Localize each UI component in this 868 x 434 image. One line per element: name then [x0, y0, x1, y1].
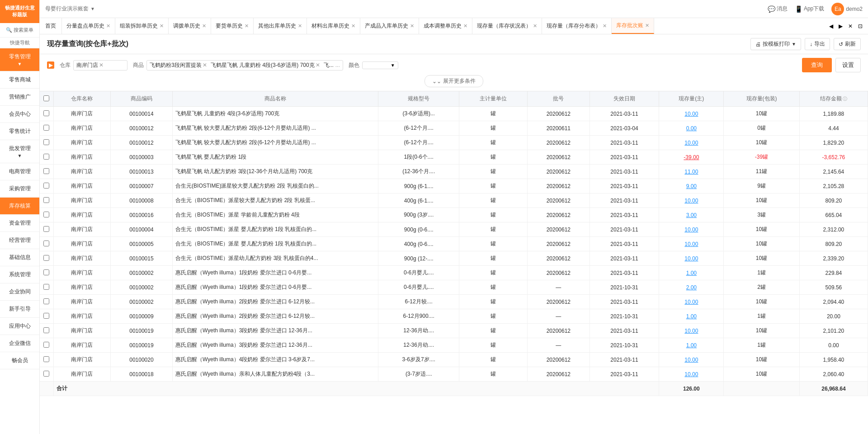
td-checkbox[interactable] — [40, 136, 53, 150]
sidebar-item-enterprise[interactable]: 企业协同 — [0, 283, 39, 301]
sidebar-item-finance[interactable]: 资金管理 — [0, 215, 39, 232]
close-icon[interactable]: ✕ — [533, 23, 537, 29]
td-qty-main[interactable]: 10.00 — [659, 367, 724, 382]
td-checkbox[interactable] — [40, 193, 53, 208]
td-qty-main[interactable]: 10.00 — [659, 237, 724, 251]
settings-button[interactable]: 设置 — [835, 58, 861, 72]
td-qty-main[interactable]: 10.00 — [659, 193, 724, 208]
warehouse-tag-group[interactable]: 南岸门店 ✕ — [73, 60, 127, 71]
tab-expand-icon[interactable]: ⊡ — [856, 23, 864, 29]
td-checkbox[interactable] — [40, 367, 53, 382]
close-icon[interactable]: ✕ — [463, 23, 467, 29]
expand-more-btn[interactable]: ⌄⌄ 展开更多条件 — [425, 75, 483, 87]
info-icon[interactable]: ⓘ — [843, 96, 847, 101]
close-icon[interactable]: ✕ — [603, 23, 607, 29]
sidebar-item-ecommerce[interactable]: 电商管理 — [0, 163, 39, 180]
tab-requisition[interactable]: 要货单历史 ✕ — [211, 18, 254, 34]
td-qty-main[interactable]: -39.00 — [659, 150, 724, 165]
sidebar-item-enterprise-wechat[interactable]: 企业微信 — [0, 335, 39, 352]
user-avatar[interactable]: Ea demo2 — [831, 3, 863, 15]
app-download[interactable]: 📱 App下载 — [795, 5, 824, 13]
close-icon[interactable]: ✕ — [245, 23, 249, 29]
tab-cost-adjust[interactable]: 成本调整单历史 ✕ — [419, 18, 472, 34]
sidebar-item-basic[interactable]: 基础信息 — [0, 249, 39, 266]
sidebar-item-inventory[interactable]: 库存核算 — [0, 198, 39, 215]
sidebar-item-newguide[interactable]: 新手引导 — [0, 301, 39, 318]
td-qty-main[interactable]: 1.00 — [659, 338, 724, 353]
td-qty-main[interactable]: 1.00 — [659, 309, 724, 324]
tab-next-icon[interactable]: ▶ — [837, 23, 844, 29]
close-icon[interactable]: ✕ — [106, 23, 110, 29]
sidebar-item-member[interactable]: 会员中心 — [0, 106, 39, 123]
td-checkbox[interactable] — [40, 266, 53, 280]
message-icon[interactable]: 💬 消息 — [768, 5, 788, 13]
sidebar-item-purchase[interactable]: 采购管理 — [0, 180, 39, 198]
td-checkbox[interactable] — [40, 165, 53, 179]
remove-goods-tag-2[interactable]: ✕ — [316, 62, 320, 68]
td-qty-main[interactable]: 10.00 — [659, 136, 724, 150]
tab-prev-icon[interactable]: ◀ — [827, 23, 835, 29]
close-icon[interactable]: ✕ — [410, 23, 414, 29]
color-filter-input[interactable]: ▼ — [362, 61, 398, 69]
close-icon[interactable]: ✕ — [298, 23, 302, 29]
sidebar-item-appcenter[interactable]: 应用中心 — [0, 318, 39, 335]
td-qty-main[interactable]: 1.00 — [659, 266, 724, 280]
tab-product-in[interactable]: 产成品入库单历史 ✕ — [360, 18, 419, 34]
sidebar-item-wholesale[interactable]: 批发管理 ▼ — [0, 140, 39, 163]
td-qty-main[interactable]: 10.00 — [659, 222, 724, 237]
quick-nav[interactable]: 快捷导航 — [0, 38, 39, 48]
sidebar-item-retail[interactable]: 零售管理 ▼ — [0, 48, 39, 71]
goods-ellipsis[interactable]: ... — [335, 62, 340, 68]
td-checkbox[interactable] — [40, 208, 53, 222]
close-icon[interactable]: ✕ — [351, 23, 355, 29]
template-print-button[interactable]: 🖨 按模板打印 ▼ — [750, 38, 801, 50]
tab-split[interactable]: 分量盘点单历史 ✕ — [62, 18, 115, 34]
search-menu[interactable]: 🔍 搜索菜单 — [0, 23, 39, 38]
close-icon[interactable]: ✕ — [645, 23, 649, 28]
td-qty-main[interactable]: 11.00 — [659, 165, 724, 179]
sidebar-item-retail-mall[interactable]: 零售商城 — [0, 71, 39, 89]
select-all-checkbox[interactable] — [43, 95, 49, 101]
td-checkbox[interactable] — [40, 222, 53, 237]
close-icon[interactable]: ✕ — [160, 23, 164, 29]
td-checkbox[interactable] — [40, 179, 53, 193]
query-button[interactable]: 查询 — [802, 58, 832, 72]
td-qty-main[interactable]: 10.00 — [659, 251, 724, 266]
export-button[interactable]: ↓ 导出 — [805, 38, 830, 50]
sidebar-item-retail-stats[interactable]: 零售统计 — [0, 123, 39, 140]
td-checkbox[interactable] — [40, 150, 53, 165]
td-qty-main[interactable]: 3.00 — [659, 208, 724, 222]
td-checkbox[interactable] — [40, 324, 53, 338]
close-icon[interactable]: ✕ — [202, 23, 206, 29]
expand-arrow-btn[interactable]: ▶ — [47, 61, 54, 69]
td-checkbox[interactable] — [40, 295, 53, 309]
td-qty-main[interactable]: 10.00 — [659, 353, 724, 367]
sidebar-item-system[interactable]: 系统管理 — [0, 266, 39, 283]
td-checkbox[interactable] — [40, 121, 53, 136]
remove-warehouse-tag[interactable]: ✕ — [99, 62, 104, 68]
td-qty-main[interactable]: 9.00 — [659, 179, 724, 193]
sidebar-item-marketing[interactable]: 营销推广 — [0, 89, 39, 106]
tab-stock-status[interactable]: 现存量（库存状况表） ✕ — [472, 18, 542, 34]
account-selector[interactable]: 母婴行业演示账套 ▼ — [45, 5, 95, 13]
th-checkbox[interactable] — [40, 91, 53, 107]
tab-close-all-icon[interactable]: ✕ — [846, 23, 854, 29]
remove-goods-tag-1[interactable]: ✕ — [203, 62, 207, 68]
td-checkbox[interactable] — [40, 338, 53, 353]
td-qty-main[interactable]: 10.00 — [659, 295, 724, 309]
td-checkbox[interactable] — [40, 353, 53, 367]
td-qty-main[interactable]: 10.00 — [659, 107, 724, 121]
sidebar-item-operations[interactable]: 经营管理 — [0, 232, 39, 249]
tab-other-out[interactable]: 其他出库单历史 ✕ — [254, 18, 307, 34]
td-checkbox[interactable] — [40, 237, 53, 251]
refresh-button[interactable]: ↺ 刷新 — [834, 38, 861, 50]
tab-transfer[interactable]: 调拨单历史 ✕ — [169, 18, 211, 34]
tab-home[interactable]: 首页 — [40, 18, 62, 34]
td-qty-main[interactable]: 2.00 — [659, 280, 724, 295]
sidebar-item-changhyuan[interactable]: 畅会员 — [0, 352, 39, 369]
tab-stock-dist[interactable]: 现存量（库存分布表） ✕ — [542, 18, 612, 34]
td-checkbox[interactable] — [40, 251, 53, 266]
goods-tag-group[interactable]: 飞鹤奶粉3段闲置提装 ✕ 飞鹤星飞帆 儿童奶粉 4段(3-6岁适用) 700克 … — [146, 60, 343, 71]
td-checkbox[interactable] — [40, 309, 53, 324]
td-checkbox[interactable] — [40, 280, 53, 295]
